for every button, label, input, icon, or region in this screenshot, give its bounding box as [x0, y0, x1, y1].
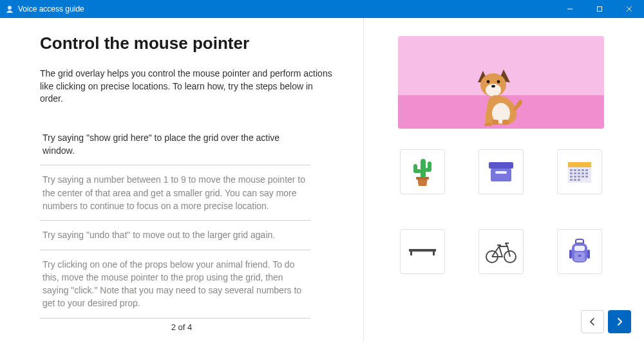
prop-cactus[interactable] — [400, 149, 445, 194]
calendar-icon — [567, 160, 592, 184]
content-area: Control the mouse pointer The grid overl… — [0, 18, 644, 341]
svg-rect-38 — [578, 176, 580, 178]
svg-rect-2 — [598, 7, 602, 12]
shelf-icon — [408, 246, 437, 257]
step-1: Try saying "show grid here" to place the… — [40, 124, 310, 166]
svg-rect-54 — [587, 250, 590, 259]
svg-rect-43 — [578, 179, 580, 181]
app-icon — [5, 5, 14, 14]
svg-rect-19 — [425, 168, 431, 172]
prev-button[interactable] — [581, 310, 604, 333]
svg-point-9 — [491, 85, 495, 88]
svg-rect-37 — [574, 176, 576, 178]
intro-text: The grid overlay helps you control the m… — [40, 68, 337, 106]
titlebar: Voice access guide — [0, 0, 644, 18]
backpack-icon — [568, 238, 591, 265]
close-button[interactable] — [614, 0, 644, 18]
left-pane: Control the mouse pointer The grid overl… — [0, 18, 364, 341]
svg-rect-27 — [574, 169, 576, 171]
window-title: Voice access guide — [18, 5, 84, 14]
minimize-button[interactable] — [555, 0, 585, 18]
titlebar-left: Voice access guide — [0, 5, 84, 14]
svg-rect-30 — [585, 169, 588, 171]
maximize-button[interactable] — [585, 0, 614, 18]
svg-rect-11 — [492, 120, 498, 125]
svg-point-8 — [497, 80, 500, 84]
prop-bicycle[interactable] — [478, 229, 524, 274]
svg-rect-53 — [569, 250, 572, 259]
svg-rect-17 — [413, 169, 421, 173]
prop-calendar[interactable] — [557, 149, 602, 194]
svg-rect-24 — [568, 162, 591, 167]
chevron-left-icon — [588, 317, 597, 326]
page-indicator: 2 of 4 — [0, 322, 363, 332]
dog-illustration — [474, 66, 524, 126]
svg-rect-39 — [582, 176, 584, 178]
svg-rect-46 — [433, 252, 435, 255]
svg-rect-26 — [570, 169, 573, 171]
svg-rect-55 — [578, 255, 581, 257]
box-icon — [488, 161, 515, 183]
page-title: Control the mouse pointer — [40, 33, 337, 53]
prop-box[interactable] — [478, 149, 524, 194]
svg-point-7 — [486, 80, 489, 84]
cactus-icon — [410, 156, 435, 187]
svg-rect-22 — [491, 169, 511, 181]
svg-rect-40 — [585, 176, 588, 178]
svg-rect-34 — [582, 172, 584, 174]
svg-rect-33 — [578, 172, 580, 174]
svg-rect-35 — [585, 172, 588, 174]
svg-rect-28 — [578, 169, 580, 171]
svg-rect-20 — [416, 177, 429, 180]
svg-rect-23 — [495, 171, 507, 174]
svg-rect-42 — [574, 179, 576, 181]
next-button[interactable] — [608, 310, 631, 333]
svg-rect-41 — [570, 179, 573, 181]
prop-shelf[interactable] — [400, 229, 445, 274]
step-3: Try saying "undo that" to move out to th… — [40, 221, 310, 250]
right-pane — [364, 18, 644, 341]
chevron-right-icon — [615, 317, 624, 326]
svg-point-0 — [8, 6, 12, 10]
bicycle-icon — [484, 240, 518, 263]
steps-list: Try saying "show grid here" to place the… — [40, 124, 337, 318]
svg-rect-21 — [489, 162, 513, 169]
svg-rect-52 — [574, 246, 585, 251]
prop-backpack[interactable] — [557, 229, 602, 274]
svg-rect-32 — [574, 172, 576, 174]
svg-rect-31 — [570, 172, 573, 174]
svg-rect-12 — [502, 120, 509, 125]
svg-rect-44 — [409, 249, 436, 252]
step-4: Try clicking on one of the props below y… — [40, 250, 310, 318]
step-2: Try saying a number between 1 to 9 to mo… — [40, 165, 310, 221]
svg-rect-29 — [582, 169, 584, 171]
nav-buttons — [581, 310, 631, 333]
window-controls — [555, 0, 644, 18]
prop-grid — [383, 149, 618, 274]
illustration — [398, 36, 604, 129]
svg-rect-15 — [421, 159, 426, 178]
svg-rect-36 — [570, 176, 573, 178]
svg-rect-45 — [410, 252, 412, 255]
